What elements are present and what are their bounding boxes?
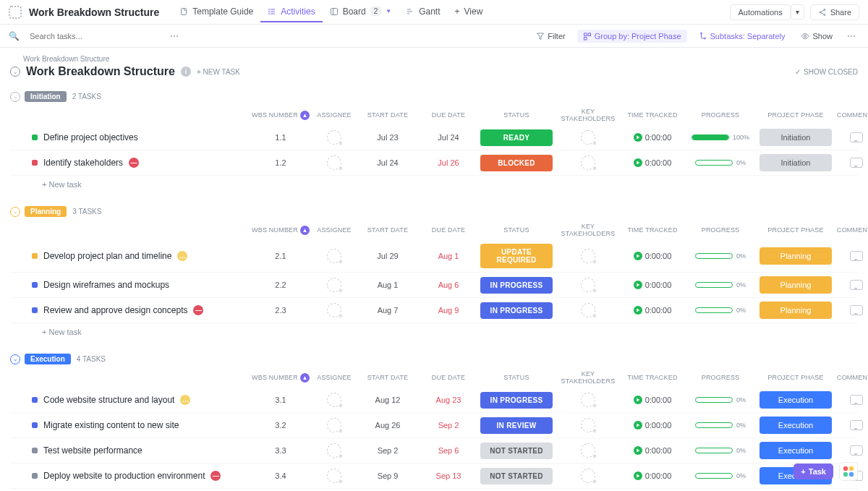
time-tracked-cell[interactable]: 0:00:00 <box>624 446 681 455</box>
col-stakeholders[interactable]: KEY STAKEHOLDERS <box>556 223 621 237</box>
time-tracked-cell[interactable]: 0:00:00 <box>624 252 681 260</box>
stakeholders-cell[interactable] <box>556 418 621 432</box>
task-row[interactable]: Define project objectives 1.1 Jul 23 Jul… <box>10 125 858 150</box>
info-icon[interactable]: i <box>181 67 191 77</box>
time-tracked-cell[interactable]: 0:00:00 <box>624 281 681 289</box>
automations-button[interactable]: Automations <box>730 4 790 20</box>
phase-cell[interactable]: Planning <box>760 276 832 294</box>
new-task-fab[interactable]: + Task <box>793 464 833 479</box>
tab-template-guide[interactable]: Template Guide <box>172 2 260 22</box>
time-tracked-cell[interactable]: 0:00:00 <box>624 471 681 480</box>
status-cell[interactable]: READY <box>480 129 553 146</box>
comment-icon[interactable] <box>850 280 863 290</box>
start-date-cell[interactable]: Jul 23 <box>359 133 417 142</box>
start-date-cell[interactable]: Jul 24 <box>359 158 417 167</box>
comments-cell[interactable] <box>835 251 868 261</box>
new-task-row[interactable]: + New task <box>10 176 858 193</box>
status-cell[interactable]: IN PROGRESS <box>480 302 553 319</box>
start-date-cell[interactable]: Aug 1 <box>359 281 417 289</box>
assignee-cell[interactable] <box>312 393 356 407</box>
play-icon[interactable] <box>634 396 642 404</box>
stakeholders-cell[interactable] <box>556 393 621 407</box>
time-tracked-cell[interactable]: 0:00:00 <box>624 421 681 430</box>
play-icon[interactable] <box>634 306 642 315</box>
due-date-cell[interactable]: Sep 2 <box>420 421 477 430</box>
col-status[interactable]: STATUS <box>480 111 553 119</box>
assignee-avatar-icon[interactable] <box>327 155 341 170</box>
task-name-cell[interactable]: Test website performance <box>32 445 249 456</box>
group-collapse-icon[interactable]: ⌄ <box>10 92 20 102</box>
status-cell[interactable]: IN PROGRESS <box>480 392 553 409</box>
status-square-icon[interactable] <box>32 397 38 403</box>
progress-cell[interactable]: 0% <box>684 252 757 260</box>
col-assignee[interactable]: ASSIGNEE <box>312 111 356 119</box>
task-name-cell[interactable]: Design wireframes and mockups <box>32 280 249 290</box>
col-phase[interactable]: PROJECT PHASE <box>760 226 832 234</box>
due-date-cell[interactable]: Sep 6 <box>420 446 477 455</box>
col-stakeholders[interactable]: KEY STAKEHOLDERS <box>556 108 621 122</box>
stakeholder-avatar-icon[interactable] <box>581 278 595 292</box>
wbs-cell[interactable]: 1.1 <box>252 133 310 142</box>
stakeholder-avatar-icon[interactable] <box>581 303 595 317</box>
toolbar-more-icon[interactable]: ⋯ <box>844 31 859 41</box>
due-date-cell[interactable]: Aug 6 <box>420 281 477 289</box>
assignee-avatar-icon[interactable] <box>327 418 341 432</box>
status-square-icon[interactable] <box>32 448 38 453</box>
wbs-cell[interactable]: 3.4 <box>252 471 310 480</box>
assignee-avatar-icon[interactable] <box>327 303 341 317</box>
phase-cell[interactable]: Planning <box>760 302 832 319</box>
task-row[interactable]: Design wireframes and mockups 2.2 Aug 1 … <box>10 273 858 298</box>
play-icon[interactable] <box>634 446 642 455</box>
automations-dropdown[interactable]: ▾ <box>791 4 804 20</box>
stakeholders-cell[interactable] <box>556 130 621 145</box>
progress-cell[interactable]: 0% <box>684 472 757 479</box>
group-collapse-icon[interactable]: ⌄ <box>10 207 20 217</box>
stakeholder-avatar-icon[interactable] <box>581 418 595 432</box>
wbs-cell[interactable]: 2.1 <box>252 252 310 260</box>
assignee-avatar-icon[interactable] <box>327 278 341 292</box>
stakeholders-cell[interactable] <box>556 155 621 170</box>
col-progress[interactable]: PROGRESS <box>684 226 757 234</box>
assignee-cell[interactable] <box>312 303 356 317</box>
status-cell[interactable]: IN REVIEW <box>480 417 553 434</box>
due-date-cell[interactable]: Jul 24 <box>420 133 477 142</box>
tab-activities[interactable]: Activities <box>260 2 322 22</box>
play-icon[interactable] <box>634 252 642 260</box>
comments-cell[interactable] <box>835 445 868 456</box>
status-square-icon[interactable] <box>32 135 38 140</box>
assignee-avatar-icon[interactable] <box>327 443 341 458</box>
status-square-icon[interactable] <box>32 422 38 428</box>
col-assignee[interactable]: ASSIGNEE <box>312 374 356 381</box>
stakeholders-cell[interactable] <box>556 469 621 483</box>
task-row[interactable]: Test website performance 3.3 Sep 2 Sep 6… <box>10 438 858 464</box>
col-comments[interactable]: COMMENTS <box>835 226 868 234</box>
progress-cell[interactable]: 0% <box>684 396 757 404</box>
assignee-cell[interactable] <box>312 418 356 432</box>
start-date-cell[interactable]: Aug 7 <box>359 306 417 315</box>
status-square-icon[interactable] <box>32 282 38 288</box>
assignee-avatar-icon[interactable] <box>327 249 341 263</box>
status-cell[interactable]: UPDATE REQUIRED <box>480 244 553 268</box>
space-icon[interactable] <box>9 6 22 19</box>
task-row[interactable]: Identify stakeholders— 1.2 Jul 24 Jul 26… <box>10 150 858 176</box>
due-date-cell[interactable]: Aug 1 <box>420 252 477 260</box>
status-square-icon[interactable] <box>32 307 38 313</box>
show-closed-toggle[interactable]: ✓ SHOW CLOSED <box>795 68 858 76</box>
progress-cell[interactable]: 100% <box>684 134 757 141</box>
tab-board[interactable]: Board 2 ▼ <box>323 2 399 22</box>
col-time[interactable]: TIME TRACKED <box>624 226 681 234</box>
stakeholder-avatar-icon[interactable] <box>581 155 595 170</box>
col-phase[interactable]: PROJECT PHASE <box>760 374 832 381</box>
progress-cell[interactable]: 0% <box>684 447 757 454</box>
wbs-cell[interactable]: 3.2 <box>252 421 310 430</box>
due-date-cell[interactable]: Aug 9 <box>420 306 477 315</box>
search-icon[interactable]: 🔍 <box>9 31 20 41</box>
start-date-cell[interactable]: Aug 26 <box>359 421 417 430</box>
col-wbs[interactable]: WBS NUMBER▲ <box>252 111 310 120</box>
stakeholders-cell[interactable] <box>556 249 621 263</box>
play-icon[interactable] <box>634 471 642 480</box>
col-wbs[interactable]: WBS NUMBER▲ <box>252 373 310 383</box>
play-icon[interactable] <box>634 133 642 142</box>
phase-cell[interactable]: Execution <box>760 417 832 434</box>
col-assignee[interactable]: ASSIGNEE <box>312 226 356 234</box>
